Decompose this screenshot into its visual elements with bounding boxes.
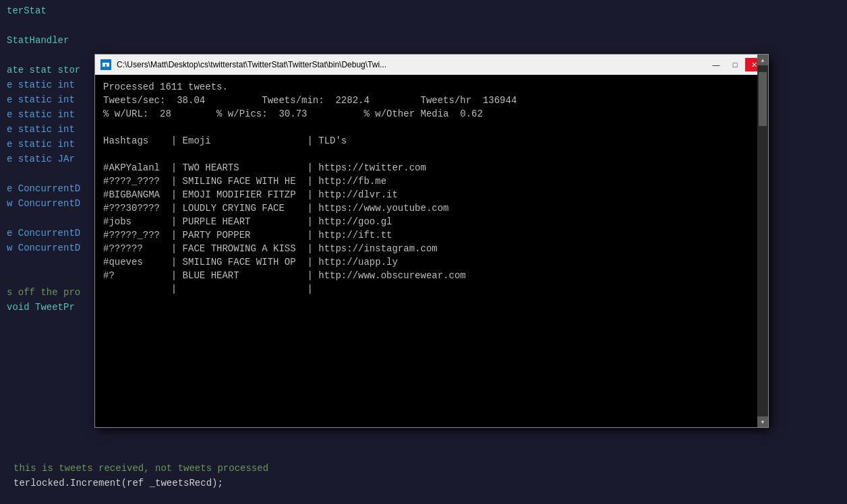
- code-line: terStat: [0, 3, 94, 18]
- blank-line: [103, 148, 755, 161]
- code-line: [0, 18, 94, 33]
- table-row: #AKPYalanl | TWO HEARTS | https://twitte…: [103, 161, 755, 175]
- code-line: w ConcurrentD: [0, 241, 94, 255]
- code-line: [0, 48, 94, 63]
- maximize-button[interactable]: □: [726, 58, 744, 71]
- code-line: void TweetPr: [0, 300, 94, 315]
- table-row: #?????? | FACE THROWING A KISS | https:/…: [103, 242, 755, 255]
- code-line: StatHandler: [0, 33, 94, 48]
- code-line: [0, 270, 94, 285]
- table-row: | |: [103, 282, 755, 296]
- code-line: [0, 211, 94, 226]
- bottom-code-section: this is tweets received, not tweets proc…: [0, 461, 282, 491]
- code-line: w ConcurrentD: [0, 196, 94, 211]
- code-line: e static int: [0, 107, 94, 122]
- console-scrollbar[interactable]: ▲ ▼: [757, 75, 768, 427]
- console-title: C:\Users\Matt\Desktop\cs\twitterstat\Twi…: [117, 60, 702, 69]
- console-window: C:\Users\Matt\Desktop\cs\twitterstat\Twi…: [94, 54, 769, 428]
- code-line: [0, 166, 94, 181]
- processed-line: Processed 1611 tweets.: [103, 80, 755, 94]
- blank-line: [103, 121, 755, 134]
- window-controls: — □ ✕: [707, 58, 763, 71]
- scroll-down-button[interactable]: ▼: [757, 416, 768, 427]
- console-body: Processed 1611 tweets. Tweets/sec: 38.04…: [95, 75, 768, 427]
- code-line: e static JAr: [0, 152, 94, 166]
- scrollbar-thumb[interactable]: [759, 75, 767, 126]
- console-app-icon: [100, 59, 111, 70]
- table-row: #BIGBANGMA | EMOJI MODIFIER FITZP | http…: [103, 188, 755, 201]
- code-line: s off the pro: [0, 285, 94, 300]
- code-line: e ConcurrentD: [0, 226, 94, 241]
- scrollbar-track[interactable]: [757, 75, 768, 416]
- comment-line: this is tweets received, not tweets proc…: [7, 461, 275, 476]
- code-line: e static int: [0, 92, 94, 107]
- table-row: #????_???? | SMILING FACE WITH HE | http…: [103, 175, 755, 188]
- code-line: [0, 255, 94, 270]
- code-line: e static int: [0, 122, 94, 137]
- editor-left-panel: terStat StatHandler ate stat stor e stat…: [0, 0, 94, 504]
- table-row: #???30???? | LOUDLY CRYING FACE | https:…: [103, 201, 755, 215]
- code-line: e static int: [0, 77, 94, 92]
- code-line-increment: terlocked.Increment(ref _tweetsRecd);: [7, 476, 275, 491]
- table-row: #? | BLUE HEART | http://www.obscurewear…: [103, 269, 755, 282]
- code-line: e static int: [0, 137, 94, 152]
- table-row: #queves | SMILING FACE WITH OP | http://…: [103, 255, 755, 269]
- minimize-button[interactable]: —: [707, 58, 725, 71]
- table-row: #?????_??? | PARTY POPPER | http://ift.t…: [103, 228, 755, 242]
- code-line: e ConcurrentD: [0, 181, 94, 196]
- console-titlebar: C:\Users\Matt\Desktop\cs\twitterstat\Twi…: [95, 55, 768, 75]
- table-row: #jobs | PURPLE HEART | http://goo.gl: [103, 215, 755, 228]
- stats-line-1: Tweets/sec: 38.04 Tweets/min: 2282.4 Twe…: [103, 94, 755, 107]
- code-line: ate stat stor: [0, 63, 94, 77]
- stats-line-2: % w/URL: 28 % w/Pics: 30.73 % w/Other Me…: [103, 107, 755, 121]
- table-header: Hashtags | Emoji | TLD's: [103, 134, 755, 148]
